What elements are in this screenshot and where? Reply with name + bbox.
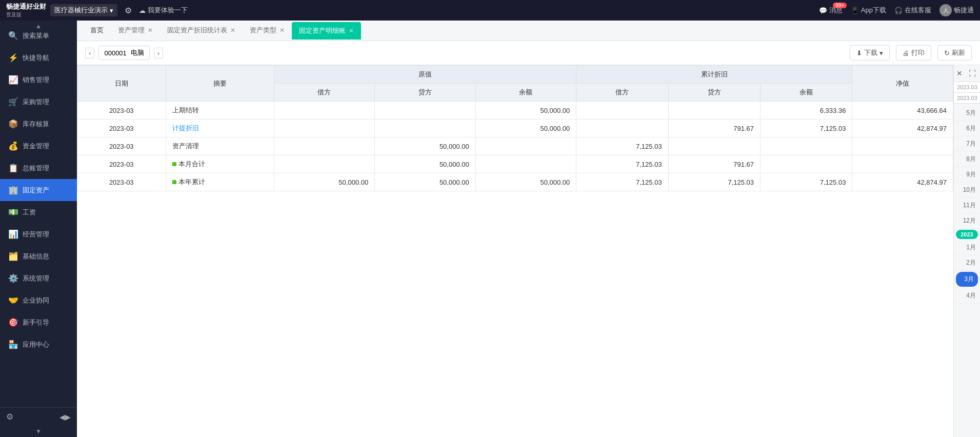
online-service-btn[interactable]: 🎧 在线客服 [894,6,931,15]
month-item[interactable]: 4月 [954,288,980,304]
cell-accum_balance [761,137,852,155]
tab-close-depreciation[interactable]: ✕ [230,27,235,34]
month-item[interactable]: 5月 [954,106,980,121]
tab-home[interactable]: 首页 [83,22,111,40]
tab-close-asset-detail[interactable]: ✕ [349,27,354,34]
tab-close-asset-type[interactable]: ✕ [279,27,285,34]
year-badge[interactable]: 2023 [956,230,978,239]
col-orig-balance: 余额 [475,84,576,102]
sidebar-item-search[interactable]: 🔍 搜索菜单 [0,25,77,47]
cell-orig_debit [274,155,375,173]
right-panel-scroll[interactable]: 5月6月7月8月9月10月11月12月20231月2月3月4月 [954,104,980,437]
month-item[interactable]: 1月 [954,240,980,255]
asset-selector[interactable]: 000001 电脑 [98,46,149,60]
ledger-icon: 📋 [8,163,17,173]
cell-accum_debit: 7,125.03 [576,155,668,173]
collapse-sidebar-button[interactable]: ◀▶ [59,413,71,421]
dropdown-arrow-icon: ▾ [110,7,113,14]
asset-detail-table: 日期 摘要 原值 累计折旧 净值 借方 贷方 余额 借方 贷方 余额 [77,65,953,191]
cell-orig_debit [274,102,375,120]
refresh-icon: ↻ [944,49,950,57]
cell-date: 2023-03 [77,137,166,155]
col-accum-group: 累计折旧 [576,66,852,84]
cell-date: 2023-03 [77,120,166,137]
month-item[interactable]: 2月 [954,255,980,271]
month-item[interactable]: 8月 [954,152,980,167]
cell-orig_balance: 50,000.00 [475,102,576,120]
app-icon: 📱 [851,7,859,14]
month-item[interactable]: 3月 [956,272,978,287]
refresh-button[interactable]: ↻ 刷新 [937,45,972,61]
cell-summary: 本年累计 [166,173,274,191]
download-button[interactable]: ⬇ 下载 ▾ [850,45,890,61]
content-area: 首页 资产管理 ✕ 固定资产折旧统计表 ✕ 资产类型 ✕ 固定资产明细账 ✕ ‹ [77,21,980,437]
month-item[interactable]: 10月 [954,183,980,198]
cell-date: 2023-03 [77,155,166,173]
table-row: 2023-03资产清理50,000.007,125.03 [77,137,953,155]
handshake-icon: 🤝 [8,295,17,305]
tab-close-asset-mgmt[interactable]: ✕ [148,27,153,34]
next-asset-button[interactable]: › [154,48,163,58]
sidebar-item-payroll[interactable]: 💵 工资 [0,201,77,223]
message-btn[interactable]: 💬 消息 99+ [819,6,843,15]
month-item[interactable]: 9月 [954,167,980,183]
tab-depreciation-table[interactable]: 固定资产折旧统计表 ✕ [160,22,243,40]
money-icon: 💰 [8,141,17,151]
sidebar-item-fixed-assets[interactable]: 🏢 固定资产 [0,179,77,201]
col-net-value: 净值 [852,66,953,102]
month-item[interactable]: 7月 [954,136,980,152]
app-download-btn[interactable]: 📱 App下载 [851,6,886,15]
sidebar-item-finance[interactable]: 💰 资金管理 [0,135,77,157]
sidebar-item-quick-nav[interactable]: ⚡ 快捷导航 [0,47,77,69]
col-date: 日期 [77,66,166,102]
cell-summary: 计提折旧 [166,120,274,137]
tab-asset-detail[interactable]: 固定资产明细账 ✕ [292,22,361,39]
experience-button[interactable]: ☁ 我要体验一下 [139,6,188,15]
month-item[interactable]: 6月 [954,121,980,136]
building-icon: 🏢 [8,185,17,195]
top-bar-right: 💬 消息 99+ 📱 App下载 🎧 在线客服 人 畅捷通 [819,4,974,16]
cell-accum_balance: 7,125.03 [761,120,852,137]
col-accum-balance: 余额 [761,84,852,102]
company-select[interactable]: 医疗器械行业演示 ▾ [50,4,117,16]
sidebar-item-inventory[interactable]: 📦 库存核算 [0,113,77,135]
sidebar-item-sales[interactable]: 📈 销售管理 [0,69,77,91]
sidebar-item-sys-mgmt[interactable]: ⚙️ 系统管理 [0,267,77,289]
sidebar-item-ledger[interactable]: 📋 总账管理 [0,157,77,179]
month-item[interactable]: 11月 [954,198,980,213]
prev-asset-button[interactable]: ‹ [85,48,94,58]
year-label-top2: 2023.03 [954,93,980,104]
global-settings-button[interactable]: ⚙ [6,412,13,422]
sidebar-scroll-down[interactable]: ▼ [35,428,42,435]
headset-icon: 🎧 [894,7,903,14]
gear-icon: ⚙️ [8,273,17,283]
top-bar-left: 畅捷通好业财 普及版 医疗器械行业演示 ▾ ⚙ ☁ 我要体验一下 [6,2,188,18]
tab-asset-mgmt[interactable]: 资产管理 ✕ [111,22,160,40]
toolbar-right: ⬇ 下载 ▾ 🖨 打印 ↻ 刷新 [850,45,972,61]
cell-orig_credit [375,102,476,120]
tab-asset-type[interactable]: 资产类型 ✕ [243,22,292,40]
top-bar: 畅捷通好业财 普及版 医疗器械行业演示 ▾ ⚙ ☁ 我要体验一下 💬 消息 99… [0,0,980,21]
sidebar-item-app-center[interactable]: 🏪 应用中心 [0,333,77,355]
cell-accum_credit: 791.67 [668,155,760,173]
sidebar-item-basic-info[interactable]: 🗂️ 基础信息 [0,245,77,267]
sidebar-item-purchase[interactable]: 🛒 采购管理 [0,91,77,113]
sidebar-item-guide[interactable]: 🎯 新手引导 [0,311,77,333]
cell-net_value: 42,874.97 [852,120,953,137]
cell-accum_credit: 7,125.03 [668,173,760,191]
asset-name: 电脑 [131,48,144,57]
month-item[interactable]: 12月 [954,213,980,229]
right-panel-header: ✕ ⛶ [954,65,980,82]
cell-accum_debit: 7,125.03 [576,137,668,155]
settings-icon[interactable]: ⚙ [122,5,135,16]
user-profile[interactable]: 人 畅捷通 [939,4,974,16]
sidebar-item-enterprise[interactable]: 🤝 企业协同 [0,289,77,311]
col-original-group: 原值 [274,66,576,84]
cell-orig_credit: 50,000.00 [375,137,476,155]
sidebar-item-ops[interactable]: 📊 经营管理 [0,223,77,245]
download-icon: ⬇ [856,49,862,57]
print-button[interactable]: 🖨 打印 [896,45,931,61]
panel-close-button[interactable]: ✕ [954,68,965,78]
panel-expand-button[interactable]: ⛶ [967,68,978,78]
cell-orig_debit [274,120,375,137]
